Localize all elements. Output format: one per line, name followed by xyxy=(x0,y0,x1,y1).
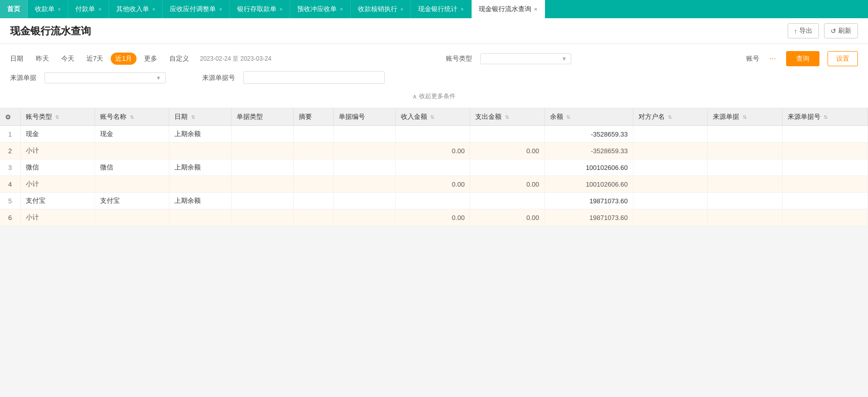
collapse-chevron-icon: ∧ xyxy=(413,93,417,100)
account-type-select[interactable]: ▼ xyxy=(480,53,571,64)
nav-other-income[interactable]: 其他收入单 × xyxy=(109,0,163,18)
settings-button[interactable]: 设置 xyxy=(828,51,858,66)
col-summary: 摘要 xyxy=(293,108,333,126)
header-actions: ↑ 导出 ↺ 刷新 xyxy=(788,23,858,38)
nav-receipt[interactable]: 收款单 × xyxy=(28,0,68,18)
table-row: 2小计0.000.00-3528659.33 xyxy=(0,143,868,159)
col-source-doc[interactable]: 来源单据 ⇅ xyxy=(708,108,782,126)
col-gear[interactable]: ⚙ xyxy=(0,108,20,126)
col-source-doc-num[interactable]: 来源单据号 ⇅ xyxy=(782,108,867,126)
nav-receipt-verify[interactable]: 收款核销执行 × xyxy=(351,0,411,18)
col-date[interactable]: 日期 ⇅ xyxy=(169,108,232,126)
col-expense[interactable]: 支出金额 ⇅ xyxy=(470,108,544,126)
col-income[interactable]: 收入金额 ⇅ xyxy=(395,108,470,126)
account-label: 账号 xyxy=(746,54,759,63)
source-doc-label: 来源单据 xyxy=(10,73,36,82)
sort-source-doc-num-icon: ⇅ xyxy=(824,114,828,120)
nav-prepay-offset[interactable]: 预收冲应收单 × xyxy=(290,0,350,18)
source-doc-select[interactable]: ▼ xyxy=(44,72,166,83)
nav-ar-ap-adjust[interactable]: 应收应付调整单 × xyxy=(163,0,230,18)
date-range-text: 2023-02-24 至 2023-03-24 xyxy=(200,55,271,63)
sort-date-icon: ⇅ xyxy=(191,114,195,120)
page-header: 现金银行流水查询 ↑ 导出 ↺ 刷新 xyxy=(0,18,868,44)
close-other-income-icon[interactable]: × xyxy=(152,6,155,12)
close-prepay-icon[interactable]: × xyxy=(340,6,343,12)
close-receipt-verify-icon[interactable]: × xyxy=(400,6,403,12)
source-doc-num-label: 来源单据号 xyxy=(202,73,235,82)
close-cash-flow-icon[interactable]: × xyxy=(534,6,537,12)
refresh-icon: ↺ xyxy=(831,27,836,35)
shortcut-more[interactable]: 更多 xyxy=(140,53,162,65)
shortcut-7days[interactable]: 近7天 xyxy=(82,53,108,65)
sort-account-type-icon: ⇅ xyxy=(55,114,59,120)
nav-cash-flow[interactable]: 现金银行流水查询 × xyxy=(472,0,545,18)
source-doc-dropdown-icon: ▼ xyxy=(156,75,161,81)
close-bank-icon[interactable]: × xyxy=(280,6,283,12)
refresh-button[interactable]: ↺ 刷新 xyxy=(824,23,858,38)
top-nav: 首页 收款单 × 付款单 × 其他收入单 × 应收应付调整单 × 银行存取款单 … xyxy=(0,0,868,18)
table-body: 1现金现金上期余额-3528659.332小计0.000.00-3528659.… xyxy=(0,126,868,226)
main-table: ⚙ 账号类型 ⇅ 账号名称 ⇅ 日期 ⇅ 单据类型 摘要 单据编号 收入金额 ⇅… xyxy=(0,108,868,226)
sort-balance-icon: ⇅ xyxy=(566,114,570,120)
account-type-dropdown-icon: ▼ xyxy=(561,56,567,62)
sort-counterpart-icon: ⇅ xyxy=(668,114,672,120)
filter-row-2: 来源单据 ▼ 来源单据号 xyxy=(10,71,858,84)
shortcut-custom[interactable]: 自定义 xyxy=(165,53,194,65)
col-doc-num: 单据编号 xyxy=(333,108,395,126)
nav-bank-deposit[interactable]: 银行存取款单 × xyxy=(230,0,290,18)
export-button[interactable]: ↑ 导出 xyxy=(788,23,819,38)
nav-cash-stat[interactable]: 现金银行统计 × xyxy=(411,0,471,18)
filter-row-1: 日期 昨天 今天 近7天 近1月 更多 自定义 2023-02-24 至 202… xyxy=(10,51,858,66)
col-balance[interactable]: 余额 ⇅ xyxy=(544,108,633,126)
date-shortcuts: 昨天 今天 近7天 近1月 更多 自定义 2023-02-24 至 2023-0… xyxy=(31,53,271,65)
query-button[interactable]: 查询 xyxy=(786,51,819,66)
table-container: ⚙ 账号类型 ⇅ 账号名称 ⇅ 日期 ⇅ 单据类型 摘要 单据编号 收入金额 ⇅… xyxy=(0,108,868,226)
close-payment-icon[interactable]: × xyxy=(98,6,101,12)
table-row: 5支付宝支付宝上期余额19871073.60 xyxy=(0,193,868,209)
shortcut-today[interactable]: 今天 xyxy=(57,53,79,65)
table-row: 4小计0.000.00100102606.60 xyxy=(0,176,868,193)
shortcut-yesterday[interactable]: 昨天 xyxy=(31,53,54,65)
col-account-name[interactable]: 账号名称 ⇅ xyxy=(95,108,169,126)
date-filter-label: 日期 xyxy=(10,54,23,63)
table-row: 3微信微信上期余额100102606.60 xyxy=(0,159,868,176)
collapse-bar[interactable]: ∧ 收起更多条件 xyxy=(10,89,858,103)
shortcut-1month[interactable]: 近1月 xyxy=(111,53,136,65)
col-doc-type: 单据类型 xyxy=(232,108,294,126)
table-row: 6小计0.000.0019871073.60 xyxy=(0,209,868,226)
col-account-type[interactable]: 账号类型 ⇅ xyxy=(20,108,95,126)
close-receipt-icon[interactable]: × xyxy=(58,6,61,12)
export-icon: ↑ xyxy=(794,27,798,35)
sort-source-doc-icon: ⇅ xyxy=(743,114,747,120)
table-row: 1现金现金上期余额-3528659.33 xyxy=(0,126,868,143)
sort-income-icon: ⇅ xyxy=(430,114,434,120)
close-ar-ap-icon[interactable]: × xyxy=(219,6,222,12)
col-counterpart[interactable]: 对方户名 ⇅ xyxy=(633,108,707,126)
filter-area: 日期 昨天 今天 近7天 近1月 更多 自定义 2023-02-24 至 202… xyxy=(0,44,868,108)
nav-payment[interactable]: 付款单 × xyxy=(68,0,109,18)
table-header-row: ⚙ 账号类型 ⇅ 账号名称 ⇅ 日期 ⇅ 单据类型 摘要 单据编号 收入金额 ⇅… xyxy=(0,108,868,126)
page-title: 现金银行流水查询 xyxy=(10,24,91,38)
account-type-label: 账号类型 xyxy=(446,54,472,63)
sort-expense-icon: ⇅ xyxy=(505,114,509,120)
source-doc-num-input[interactable] xyxy=(243,71,385,84)
account-dots-button[interactable]: ··· xyxy=(767,54,778,63)
nav-home[interactable]: 首页 xyxy=(0,0,28,18)
gear-icon: ⚙ xyxy=(5,113,11,121)
sort-account-name-icon: ⇅ xyxy=(130,114,134,120)
close-cash-stat-icon[interactable]: × xyxy=(461,6,464,12)
